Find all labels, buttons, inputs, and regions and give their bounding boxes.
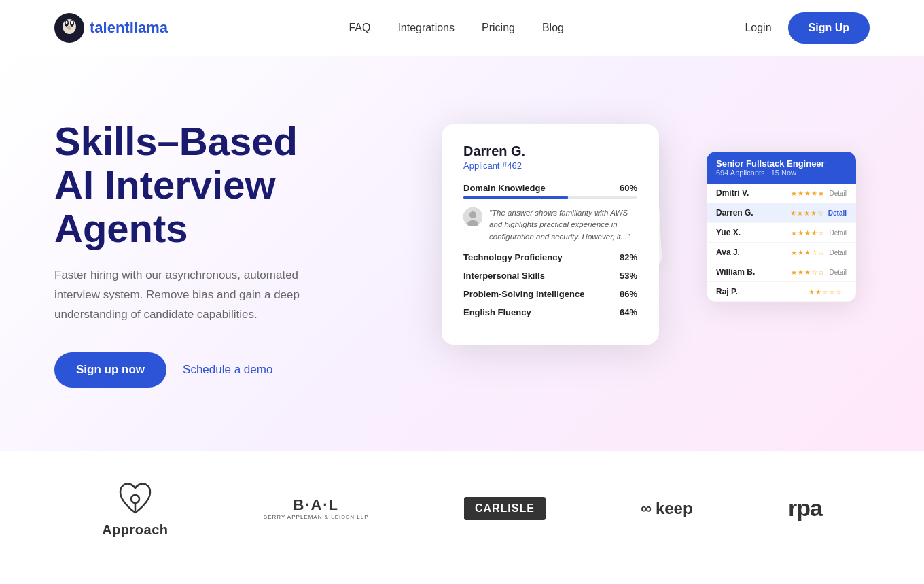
detail-link-darren[interactable]: Detail: [828, 209, 847, 217]
logo[interactable]: talentllama: [54, 13, 168, 43]
svg-point-10: [469, 211, 476, 218]
nav-pricing[interactable]: Pricing: [482, 22, 515, 34]
hero-subtitle: Faster hiring with our asynchronous, aut…: [54, 266, 340, 325]
header-actions: Login Sign Up: [745, 12, 870, 44]
candidate-name: Darren G.: [463, 143, 637, 159]
keep-infinity-icon: ∞: [641, 500, 652, 517]
candidate-card: Darren G. Applicant #462 Domain Knowledg…: [442, 124, 659, 345]
panel-row-dmitri: Dmitri V. ★★★★★ Detail: [707, 184, 856, 203]
candidate-id: Applicant #462: [463, 160, 637, 171]
hero-content-right: Darren G. Applicant #462 Domain Knowledg…: [408, 111, 870, 396]
hero-demo-link[interactable]: Schedule a demo: [183, 363, 272, 377]
panel-row-yue: Yue X. ★★★★☆ Detail: [707, 223, 856, 243]
logo-icon: [54, 13, 84, 43]
detail-link-yue[interactable]: Detail: [829, 229, 847, 237]
stars-icon: ★★☆☆☆: [808, 288, 842, 296]
skill-interpersonal: Interpersonal Skills 53%: [463, 271, 637, 281]
panel-header: Senior Fullstack Engineer 694 Applicants…: [707, 152, 856, 184]
skill-english: English Fluency 64%: [463, 307, 637, 317]
panel-row-raj: Raj P. ★★☆☆☆: [707, 282, 856, 302]
bal-logo-text: B·A·L: [293, 496, 338, 514]
nav-faq[interactable]: FAQ: [349, 22, 370, 34]
skill-problem-solving: Problem-Solving Intelligence 86%: [463, 289, 637, 299]
bal-logo: B·A·L BERRY APPLEMAN & LEIDEN LLP: [264, 496, 369, 520]
nav-blog[interactable]: Blog: [542, 22, 564, 34]
panel-row-william: William B. ★★★☆☆ Detail: [707, 262, 856, 282]
stars-icon: ★★★☆☆: [791, 269, 825, 276]
rpa-logo-text: rpa: [788, 495, 822, 521]
quote-avatar: [463, 207, 482, 226]
detail-link-william[interactable]: Detail: [829, 269, 847, 276]
panel-applicant-count: 694 Applicants · 15 Now: [716, 169, 847, 177]
panel-row-ava: Ava J. ★★★☆☆ Detail: [707, 243, 856, 262]
approach-logo: Approach: [102, 479, 168, 538]
main-nav: FAQ Integrations Pricing Blog: [349, 22, 564, 34]
approach-icon: [115, 479, 156, 519]
nav-integrations[interactable]: Integrations: [397, 22, 455, 34]
quote-text: "The answer shows familiarity with AWS a…: [489, 207, 637, 243]
svg-point-12: [131, 495, 139, 503]
skill-bar-fill: [463, 196, 568, 199]
rpa-logo: rpa: [788, 495, 822, 521]
detail-link-ava[interactable]: Detail: [829, 249, 847, 256]
svg-point-6: [67, 26, 71, 30]
carlisle-logo: CARLISLE: [464, 497, 546, 520]
approach-text: Approach: [102, 522, 168, 538]
detail-link-dmitri[interactable]: Detail: [829, 190, 847, 197]
applicants-panel: Senior Fullstack Engineer 694 Applicants…: [707, 152, 856, 302]
keep-logo-text: ∞ keep: [641, 499, 692, 518]
hero-title: Skills–Based AI Interview Agents: [54, 120, 408, 250]
svg-point-4: [66, 21, 68, 24]
skill-technology: Technology Proficiency 82%: [463, 252, 637, 262]
keep-logo: ∞ keep: [641, 499, 692, 518]
stars-icon: ★★★★☆: [790, 209, 824, 217]
quote-row: "The answer shows familiarity with AWS a…: [463, 207, 637, 243]
carlisle-logo-text: CARLISLE: [464, 497, 546, 520]
stars-icon: ★★★★★: [791, 190, 825, 197]
skill-domain-knowledge: Domain Knowledge 60%: [463, 183, 637, 199]
hero-section: Skills–Based AI Interview Agents Faster …: [0, 56, 924, 451]
header: talentllama FAQ Integrations Pricing Blo…: [0, 0, 924, 56]
login-button[interactable]: Login: [745, 22, 771, 34]
svg-point-5: [71, 21, 73, 24]
logo-text: talentllama: [90, 19, 168, 37]
logos-section: Approach B·A·L BERRY APPLEMAN & LEIDEN L…: [0, 451, 924, 565]
signup-button[interactable]: Sign Up: [788, 12, 870, 44]
hero-content-left: Skills–Based AI Interview Agents Faster …: [54, 120, 408, 388]
hero-signup-button[interactable]: Sign up now: [54, 352, 166, 388]
panel-job-title: Senior Fullstack Engineer: [716, 158, 847, 169]
hero-buttons: Sign up now Schedule a demo: [54, 352, 408, 388]
skill-bar-bg: [463, 196, 637, 199]
bal-subtext: BERRY APPLEMAN & LEIDEN LLP: [264, 514, 369, 520]
stars-icon: ★★★☆☆: [791, 249, 825, 256]
svg-point-8: [70, 29, 71, 29]
svg-point-7: [67, 29, 69, 29]
stars-icon: ★★★★☆: [791, 229, 825, 237]
panel-row-darren: Darren G. ★★★★☆ Detail: [707, 203, 856, 223]
